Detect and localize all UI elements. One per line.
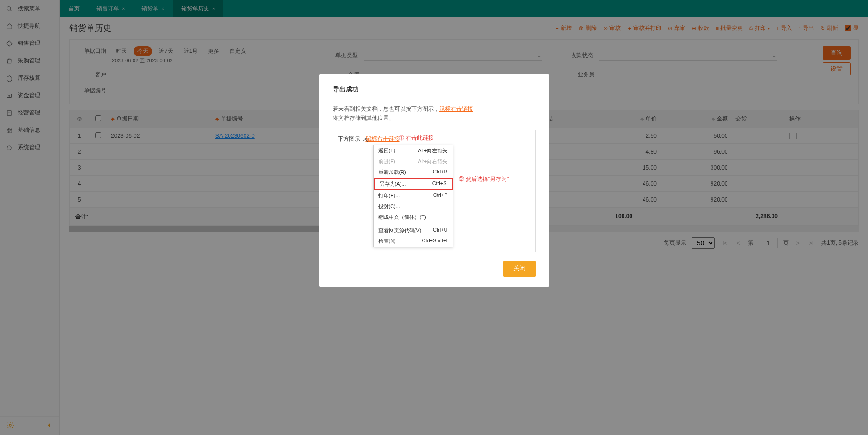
context-menu-item: 打印(P)...Ctrl+P [374, 190, 453, 201]
context-menu-item: 翻成中文（简体）(T) [374, 212, 453, 223]
modal-close-button[interactable]: 关闭 [503, 261, 536, 277]
annotation-2: ② 然后选择"另存为" [459, 175, 509, 183]
context-menu-item: 检查(N)Ctrl+Shift+I [374, 236, 453, 247]
modal-title: 导出成功 [333, 85, 536, 94]
modal-link[interactable]: 鼠标右击链接 [439, 105, 473, 112]
context-menu-item: 查看网页源代码(V)Ctrl+U [374, 225, 453, 236]
modal-overlay[interactable]: 导出成功 若未看到相关文档，您也可以按下方图示，鼠标右击链接 将文档存储到其他位… [0, 0, 868, 435]
inner-link: 鼠标右击链接 [366, 135, 400, 142]
export-success-modal: 导出成功 若未看到相关文档，您也可以按下方图示，鼠标右击链接 将文档存储到其他位… [319, 74, 549, 287]
context-menu: 返回(B)Alt+向左箭头前进(F)Alt+向右箭头重新加载(R)Ctrl+R另… [373, 145, 453, 247]
context-menu-item: 另存为(A)...Ctrl+S [374, 178, 453, 190]
cursor-icon: ↖ [364, 136, 369, 143]
modal-illustration: 下方图示，鼠标右击链接 ↖ ① 右击此链接 返回(B)Alt+向左箭头前进(F)… [333, 130, 536, 252]
context-menu-item: 前进(F)Alt+向右箭头 [374, 156, 453, 167]
context-menu-item: 重新加载(R)Ctrl+R [374, 167, 453, 178]
annotation-1: ① 右击此链接 [399, 134, 434, 142]
context-menu-item: 投射(C)... [374, 201, 453, 212]
context-menu-item: 返回(B)Alt+向左箭头 [374, 145, 453, 156]
modal-text: 若未看到相关文档，您也可以按下方图示，鼠标右击链接 将文档存储到其他位置。 [333, 104, 536, 123]
